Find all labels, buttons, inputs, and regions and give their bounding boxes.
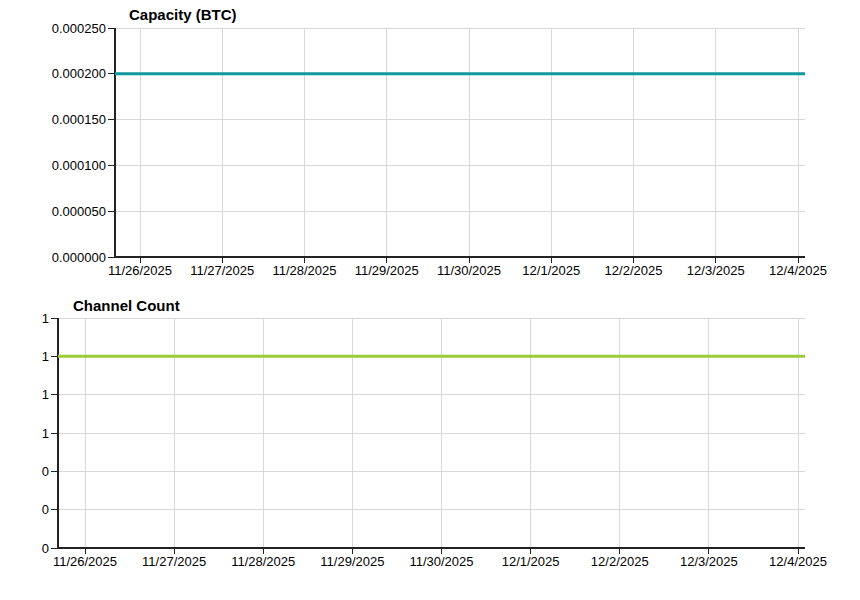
svg-text:0.000050: 0.000050 (52, 204, 106, 219)
svg-text:1: 1 (42, 311, 49, 326)
svg-text:12/3/2025: 12/3/2025 (687, 263, 745, 278)
x-axis-labels: 11/26/202511/27/202511/28/202511/29/2025… (53, 554, 827, 569)
svg-text:0.000200: 0.000200 (52, 66, 106, 81)
svg-text:11/26/2025: 11/26/2025 (108, 263, 172, 278)
svg-text:0.000250: 0.000250 (52, 21, 106, 36)
svg-text:0.000100: 0.000100 (52, 158, 106, 173)
axes (115, 28, 805, 257)
svg-text:1: 1 (42, 349, 49, 364)
tick-marks (51, 318, 798, 554)
svg-text:1: 1 (42, 426, 49, 441)
svg-text:12/1/2025: 12/1/2025 (522, 263, 580, 278)
svg-text:0: 0 (42, 502, 49, 517)
y-axis-labels: 0.0002500.0002000.0001500.0001000.000050… (52, 21, 106, 265)
svg-text:11/26/2025: 11/26/2025 (53, 554, 117, 569)
svg-text:11/28/2025: 11/28/2025 (231, 554, 295, 569)
charts-page: Capacity (BTC) 0.0002500.0002000.0001500… (0, 0, 860, 600)
svg-text:0.000000: 0.000000 (52, 250, 106, 265)
channel-count-chart-plot: 111100011/26/202511/27/202511/28/202511/… (0, 295, 860, 600)
svg-text:12/4/2025: 12/4/2025 (769, 554, 827, 569)
svg-text:11/30/2025: 11/30/2025 (437, 263, 501, 278)
svg-text:0: 0 (42, 541, 49, 556)
svg-text:1: 1 (42, 387, 49, 402)
gridlines (58, 318, 805, 548)
svg-text:12/1/2025: 12/1/2025 (502, 554, 560, 569)
svg-text:0: 0 (42, 464, 49, 479)
channel-count-chart: Channel Count 111100011/26/202511/27/202… (0, 295, 860, 600)
svg-text:12/4/2025: 12/4/2025 (769, 263, 827, 278)
svg-text:0.000150: 0.000150 (52, 112, 106, 127)
svg-text:11/28/2025: 11/28/2025 (272, 263, 336, 278)
capacity-chart-plot: 0.0002500.0002000.0001500.0001000.000050… (0, 0, 860, 295)
svg-text:11/29/2025: 11/29/2025 (355, 263, 419, 278)
svg-text:11/27/2025: 11/27/2025 (190, 263, 254, 278)
svg-text:12/3/2025: 12/3/2025 (680, 554, 738, 569)
svg-text:12/2/2025: 12/2/2025 (605, 263, 663, 278)
svg-text:12/2/2025: 12/2/2025 (591, 554, 649, 569)
capacity-chart: Capacity (BTC) 0.0002500.0002000.0001500… (0, 0, 860, 295)
svg-text:11/30/2025: 11/30/2025 (409, 554, 473, 569)
tick-marks (108, 28, 798, 263)
svg-text:11/27/2025: 11/27/2025 (142, 554, 206, 569)
x-axis-labels: 11/26/202511/27/202511/28/202511/29/2025… (108, 263, 827, 278)
gridlines (115, 28, 805, 257)
y-axis-labels: 1111000 (42, 311, 49, 556)
svg-text:11/29/2025: 11/29/2025 (320, 554, 384, 569)
